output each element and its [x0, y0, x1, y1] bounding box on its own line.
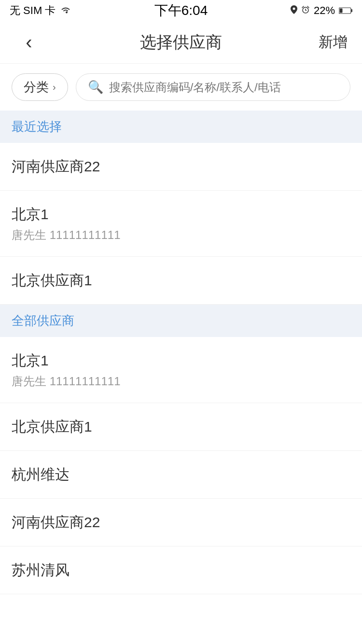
battery-icon: [339, 4, 352, 17]
all-section-header: 全部供应商: [0, 305, 362, 337]
status-left: 无 SIM 卡: [10, 3, 71, 18]
recent-section-label: 最近选择: [12, 119, 62, 134]
status-right: 22%: [291, 4, 352, 17]
alarm-icon: [301, 4, 310, 17]
item-name: 北京供应商1: [12, 270, 350, 291]
all-section-label: 全部供应商: [12, 313, 74, 328]
all-list: 北京1唐先生 11111111111北京供应商1杭州维达河南供应商22苏州清风: [0, 337, 362, 594]
location-icon: [291, 4, 297, 17]
category-label: 分类: [24, 79, 49, 96]
nav-bar: ‹ 选择供应商 新增: [0, 21, 362, 64]
status-time: 下午6:04: [154, 1, 208, 20]
list-item[interactable]: 北京1唐先生 11111111111: [0, 337, 362, 403]
status-bar: 无 SIM 卡 下午6:04 22%: [0, 0, 362, 21]
search-icon: 🔍: [88, 80, 103, 95]
list-item[interactable]: 苏州清风: [0, 546, 362, 594]
recent-section-header: 最近选择: [0, 111, 362, 143]
list-item[interactable]: 河南供应商22: [0, 499, 362, 546]
search-input[interactable]: [109, 81, 338, 94]
svg-rect-3: [351, 9, 353, 12]
search-box[interactable]: 🔍: [76, 73, 350, 101]
list-item[interactable]: 河南供应商22: [0, 143, 362, 191]
filter-bar: 分类 › 🔍: [0, 64, 362, 111]
item-sub: 唐先生 11111111111: [12, 374, 350, 389]
svg-point-0: [292, 8, 295, 10]
battery-text: 22%: [314, 4, 335, 17]
recent-list: 河南供应商22北京1唐先生 11111111111北京供应商1: [0, 143, 362, 305]
list-item[interactable]: 北京1唐先生 11111111111: [0, 191, 362, 257]
list-item[interactable]: 杭州维达: [0, 451, 362, 499]
carrier-text: 无 SIM 卡: [10, 3, 56, 18]
chevron-right-icon: ›: [53, 82, 56, 93]
page-title: 选择供应商: [140, 31, 222, 54]
list-item[interactable]: 北京供应商1: [0, 403, 362, 451]
item-name: 河南供应商22: [12, 156, 350, 177]
item-name: 杭州维达: [12, 464, 350, 485]
item-sub: 唐先生 11111111111: [12, 227, 350, 243]
svg-rect-4: [340, 9, 343, 13]
category-button[interactable]: 分类 ›: [12, 73, 68, 101]
item-name: 北京1: [12, 350, 350, 371]
list-item[interactable]: 北京供应商1: [0, 257, 362, 305]
item-name: 苏州清风: [12, 560, 350, 580]
back-button[interactable]: ‹: [14, 31, 43, 53]
add-button[interactable]: 新增: [319, 32, 348, 52]
item-name: 河南供应商22: [12, 512, 350, 532]
item-name: 北京1: [12, 204, 350, 224]
wifi-icon: [60, 4, 71, 17]
item-name: 北京供应商1: [12, 417, 350, 437]
